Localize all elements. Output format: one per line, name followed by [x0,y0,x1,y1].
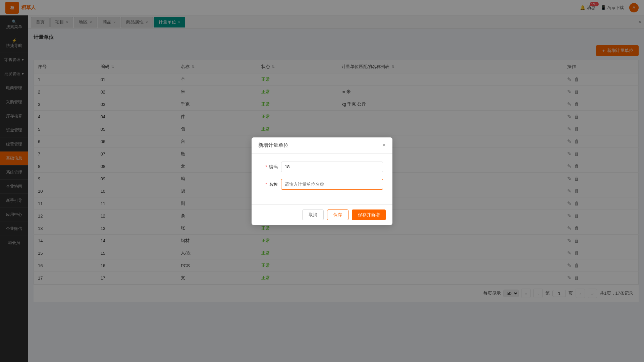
modal-body: * 编码 * 名称 [252,154,392,204]
code-label: * 编码 [261,164,281,170]
name-label: * 名称 [261,181,281,187]
code-input[interactable] [281,162,383,172]
form-row-code: * 编码 [261,162,383,172]
modal-footer: 取消 保存 保存并新增 [252,204,392,225]
save-button[interactable]: 保存 [327,209,348,220]
form-row-name: * 名称 [261,179,383,190]
save-and-new-button[interactable]: 保存并新增 [352,209,386,220]
modal-header: 新增计量单位 × [252,137,392,154]
modal-overlay[interactable]: 新增计量单位 × * 编码 * 名称 取消 保存 保存并新增 [0,0,644,362]
modal-close-btn[interactable]: × [382,142,386,148]
code-required-mark: * [265,164,267,169]
add-unit-modal: 新增计量单位 × * 编码 * 名称 取消 保存 保存并新增 [252,137,392,225]
name-input[interactable] [281,179,383,190]
name-required-mark: * [265,182,267,187]
cancel-button[interactable]: 取消 [302,209,324,220]
modal-title: 新增计量单位 [258,142,288,148]
